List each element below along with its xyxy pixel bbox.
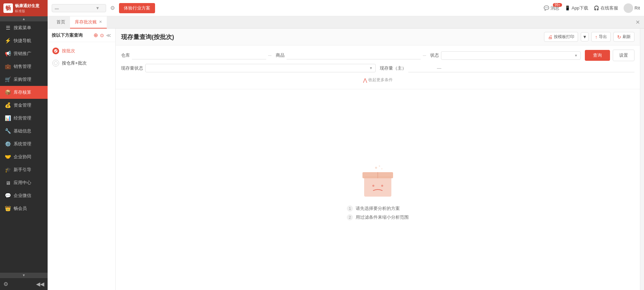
content-area: 按以下方案查询 ⊕ ⊙ ≪ 按批次 按仓库 — [48, 29, 644, 290]
inventory-status-select[interactable] — [148, 66, 369, 71]
sidebar-item-wechat[interactable]: 💬 企业微信 — [0, 189, 48, 202]
topbar: ▬ ▼ ⚙ 体验行业方案 💬 消息 99+ 📱 App下载 🎧 在线客服 Ri — [48, 0, 644, 16]
status-select[interactable] — [444, 53, 574, 58]
filter-warehouse: 仓库 ··· — [121, 51, 272, 59]
sidebar-version: 标准版 — [15, 9, 39, 14]
sidebar-item-quicknav[interactable]: ⚡ 快捷导航 — [0, 34, 48, 47]
topbar-gear-icon[interactable]: ⚙ — [109, 3, 116, 13]
filter-inventory-qty: 现存量（主） — — [380, 64, 634, 72]
newuser-icon: 🎓 — [5, 167, 11, 173]
scheme-item-warehouse-batch[interactable]: 按仓库+批次 — [48, 57, 115, 69]
app-download-btn[interactable]: 📱 App下载 — [565, 5, 588, 11]
message-icon: 💬 — [544, 5, 549, 11]
operation-icon: 📊 — [5, 115, 11, 121]
inventory-qty-to[interactable] — [443, 66, 470, 71]
empty-steps: 1 请先选择要分析的方案 2 用过滤条件来缩小分析范围 — [347, 205, 409, 220]
message-btn[interactable]: 💬 消息 99+ — [544, 5, 559, 11]
sidebar-item-member[interactable]: 👑 畅会员 — [0, 202, 48, 215]
print-dropdown[interactable]: ▼ — [581, 32, 589, 41]
filter-inventory-status: 现存量状态 ▼ — [121, 64, 376, 72]
headset-icon: 🎧 — [594, 5, 599, 11]
topbar-search-icon: ▬ — [55, 6, 59, 11]
close-tab-right-icon[interactable]: ✕ — [635, 19, 640, 25]
empty-illustration — [357, 159, 398, 200]
purchase-icon: 🛒 — [5, 76, 11, 83]
sidebar-item-basic[interactable]: 🔧 基础信息 — [0, 125, 48, 138]
sidebar-item-finance[interactable]: 💰 资金管理 — [0, 99, 48, 112]
sidebar-scroll-down[interactable]: ▼ — [0, 273, 48, 278]
online-service-btn[interactable]: 🎧 在线客服 — [594, 5, 618, 11]
trial-btn[interactable]: 体验行业方案 — [119, 3, 155, 13]
filter-status: 状态 ▼ — [430, 51, 581, 60]
sidebar-scroll-up[interactable]: ▲ — [0, 16, 48, 21]
topbar-search-area: ▬ ▼ — [52, 4, 106, 12]
main-area: ▬ ▼ ⚙ 体验行业方案 💬 消息 99+ 📱 App下载 🎧 在线客服 Ri — [48, 0, 644, 290]
sidebar-item-search[interactable]: ☰ 搜索菜单 — [0, 21, 48, 34]
settings-icon[interactable]: ⚙ — [3, 281, 8, 287]
status-label: 状态 — [430, 52, 439, 58]
sidebar-item-operation[interactable]: 📊 经营管理 — [0, 112, 48, 125]
product-ellipsis[interactable]: ··· — [423, 53, 426, 58]
status-select-wrap: ▼ — [441, 51, 581, 60]
sidebar-item-label: 畅会员 — [14, 205, 27, 212]
add-scheme-icon[interactable]: ⊕ — [94, 32, 98, 38]
refresh-btn[interactable]: ↻ 刷新 — [613, 32, 634, 42]
user-menu[interactable]: Rit — [624, 3, 640, 13]
collapse-row[interactable]: ⋀ 收起更多条件 — [121, 75, 634, 85]
print-btn[interactable]: 🖨 按模板打印 — [544, 32, 578, 42]
warehouse-ellipsis[interactable]: ··· — [268, 53, 272, 58]
tab-home[interactable]: 首页 — [52, 16, 70, 29]
sidebar-item-purchase[interactable]: 🛒 采购管理 — [0, 73, 48, 86]
tab-close-icon[interactable]: ✕ — [99, 20, 102, 24]
sidebar-item-system[interactable]: ⚙️ 系统管理 — [0, 138, 48, 150]
sidebar-item-inventory[interactable]: 📦 库存核算 — [0, 86, 48, 99]
filter-row-2: 现存量状态 ▼ 现存量（主） — — [121, 64, 634, 72]
manage-scheme-icon[interactable]: ⊙ — [100, 33, 104, 38]
sidebar-item-collab[interactable]: 🤝 企业协同 — [0, 150, 48, 163]
inventory-status-select-wrap: ▼ — [145, 64, 376, 72]
sidebar-item-label: 销售管理 — [14, 64, 31, 70]
collapse-left-icon[interactable]: ≪ — [106, 33, 111, 38]
scheme-item-batch[interactable]: 按批次 — [48, 45, 115, 57]
sidebar-item-label: 库存核算 — [14, 89, 31, 95]
scheme-inactive-icon — [52, 60, 59, 67]
inventory-status-label: 现存量状态 — [121, 65, 143, 71]
topbar-search-input[interactable] — [60, 6, 94, 11]
marketing-icon: 📢 — [5, 51, 11, 57]
warehouse-input[interactable] — [132, 51, 266, 59]
filter-product: 商品 ··· — [276, 51, 426, 59]
collapse-sidebar-icon[interactable]: ◀◀ — [36, 281, 44, 287]
sidebar-item-label: 营销推广 — [14, 51, 31, 57]
sidebar-item-label: 基础信息 — [14, 128, 31, 134]
basic-icon: 🔧 — [5, 128, 11, 134]
inventory-qty-from[interactable] — [408, 66, 436, 71]
svg-point-9 — [381, 168, 383, 169]
export-btn[interactable]: ↑ 导出 — [591, 32, 611, 42]
sidebar-item-label: 应用中心 — [14, 180, 31, 186]
app-download-icon: 📱 — [565, 5, 570, 11]
sidebar-app-name: 畅康通好生意 — [15, 3, 39, 9]
left-panel-title: 按以下方案查询 — [52, 32, 83, 38]
sidebar-item-newuser[interactable]: 🎓 新手引导 — [0, 163, 48, 176]
print-icon: 🖨 — [548, 34, 553, 40]
username-label: Rit — [634, 5, 640, 11]
filter-btn-row: 查询 设置 — [585, 50, 634, 61]
page-titlebar: 现存量查询(按批次) 🖨 按模板打印 ▼ ↑ 导出 ↻ 刷新 — [116, 29, 640, 46]
empty-step-1: 1 请先选择要分析的方案 — [347, 205, 409, 212]
scheme-warehouse-batch-label: 按仓库+批次 — [62, 60, 87, 66]
quicknav-icon: ⚡ — [5, 38, 11, 44]
empty-svg — [357, 159, 398, 200]
inventory-qty-dash: — — [437, 66, 441, 71]
topbar-dropdown-icon[interactable]: ▼ — [96, 6, 100, 11]
sidebar-item-marketing[interactable]: 📢 营销推广 — [0, 47, 48, 60]
sidebar-item-label: 快捷导航 — [14, 38, 31, 44]
sidebar-item-appcenter[interactable]: 🖥 应用中心 — [0, 176, 48, 189]
right-edge-scrollbar — [640, 29, 644, 290]
sidebar-item-sales[interactable]: 💼 销售管理 — [0, 60, 48, 73]
query-btn[interactable]: 查询 — [585, 50, 610, 61]
tab-batch-account[interactable]: 库存批次账 ✕ — [70, 16, 107, 29]
collapse-chevron-icon: ⋀ — [363, 77, 367, 83]
settings-btn[interactable]: 设置 — [613, 50, 634, 61]
inventory-qty-input: — — [408, 64, 634, 72]
product-input[interactable] — [287, 51, 421, 59]
